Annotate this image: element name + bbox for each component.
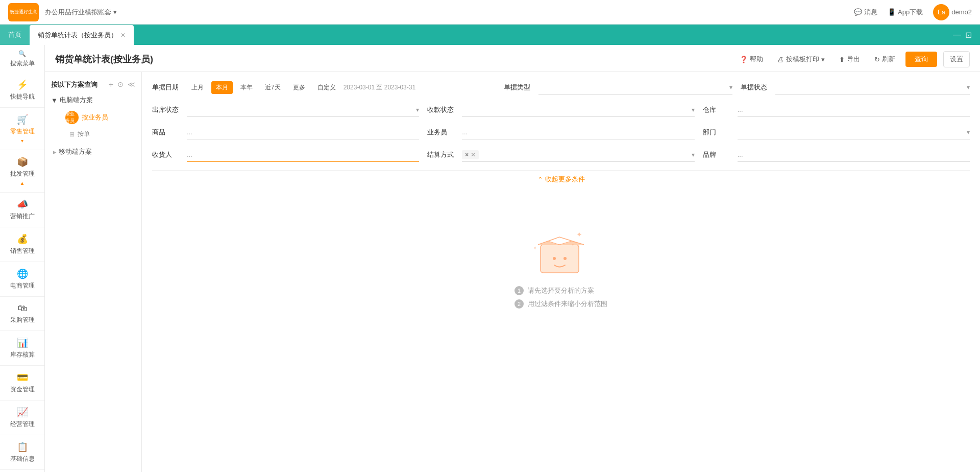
finance-icon: 💳 xyxy=(17,372,28,383)
date-btn-custom[interactable]: 自定义 xyxy=(313,81,340,94)
sidebar-item-marketing[interactable]: 📣 营销推广 xyxy=(0,193,44,227)
collapse-arrow-icon: ⌃ xyxy=(537,176,543,183)
tabbar: 首页 销货单统计表（按业务员） ✕ — ⊡ xyxy=(0,25,980,45)
tab-home[interactable]: 首页 xyxy=(0,25,30,45)
filter-doctype-item: 单据类型 xyxy=(504,80,733,95)
quicknav-icon: ⚡ xyxy=(17,79,28,90)
product-dots[interactable]: ... xyxy=(187,128,192,136)
mobile-expand-icon xyxy=(53,148,57,156)
settlement-dropdown: × ✕ xyxy=(462,150,694,159)
hint-num-2: 2 xyxy=(514,299,524,309)
sidebar-item-retail[interactable]: 🛒 零售管理 xyxy=(0,108,44,150)
main: 🔍 搜索菜单 ⚡ 快捷导航 🛒 零售管理 📦 批发管理 ▲ 📣 营销推广 💰 销… xyxy=(0,45,980,472)
filter-product-item: 商品 ... xyxy=(152,125,419,139)
app-download-btn[interactable]: 📱 App下载 xyxy=(888,8,923,17)
topbar: 畅捷通好生意 办公用品行业模拟账套 💬 消息 📱 App下载 Ea demo2 xyxy=(0,0,980,25)
sidebar-item-sales[interactable]: 💰 销售管理 xyxy=(0,227,44,262)
message-btn[interactable]: 💬 消息 xyxy=(854,8,877,17)
print-icon: 🖨 xyxy=(777,56,784,63)
empty-hints: 1 请先选择要分析的方案 2 用过滤条件来缩小分析范围 xyxy=(514,286,607,309)
sidebar-item-finance[interactable]: 💳 资金管理 xyxy=(0,366,44,400)
sidebar-item-basic[interactable]: 📋 基础信息 xyxy=(0,435,44,470)
scheme-add-icon[interactable]: + xyxy=(109,80,113,89)
outstatus-dropdown[interactable] xyxy=(187,106,419,113)
scheme-item-salesman[interactable]: 按业务员 按业务员 xyxy=(51,108,135,127)
maximize-btn[interactable]: ⊡ xyxy=(965,30,972,40)
sidebar-item-search[interactable]: 🔍 搜索菜单 xyxy=(0,45,44,73)
filter-date-item: 单据日期 上月 本月 本年 近7天 更多 自定义 2023-03-01 至 20… xyxy=(152,81,496,94)
doctype-label: 单据类型 xyxy=(504,83,534,92)
scheme-circle-icon[interactable]: ⊙ xyxy=(117,80,124,89)
help-btn[interactable]: ❓ 帮助 xyxy=(736,53,767,66)
collapse-btn[interactable]: ⌃ 收起更多条件 xyxy=(152,170,970,188)
filter-content-area: 单据日期 上月 本月 本年 近7天 更多 自定义 2023-03-01 至 20… xyxy=(142,72,980,472)
scheme-collapse-icon[interactable]: ≪ xyxy=(128,80,135,89)
warehouse-dots[interactable]: ... xyxy=(738,106,743,113)
receiptstatus-label: 收款状态 xyxy=(427,105,458,114)
date-btn-more[interactable]: 更多 xyxy=(288,81,310,94)
svg-text:✦: ✦ xyxy=(533,245,537,251)
page-actions: ❓ 帮助 🖨 按模板打印 ⬆ 导出 ↻ 刷新 查询 设置 xyxy=(736,51,970,67)
docstatus-control xyxy=(775,80,970,95)
brand-dots[interactable]: ... xyxy=(738,151,743,158)
receiver-dots[interactable]: ... xyxy=(187,151,192,158)
svg-point-5 xyxy=(564,257,567,260)
workspace-dropdown-icon xyxy=(113,8,117,16)
settlement-control: × ✕ xyxy=(462,148,694,162)
dept-dropdown[interactable] xyxy=(738,129,970,136)
sales-icon: 💰 xyxy=(17,233,28,245)
sidebar-item-system[interactable]: ⚙ 系统管理 xyxy=(0,470,44,472)
logo: 畅捷通好生意 xyxy=(8,3,39,21)
user-menu[interactable]: Ea demo2 xyxy=(933,4,972,20)
tab-sales-stat[interactable]: 销货单统计表（按业务员） ✕ xyxy=(30,25,134,45)
scheme-item-byorder[interactable]: ⊞ 按单 xyxy=(51,127,135,141)
docstatus-dropdown[interactable] xyxy=(775,84,970,91)
scheme-category-desktop: ▼ 电脑端方案 按业务员 按业务员 ⊞ 按单 xyxy=(45,92,141,144)
filter-receiptstatus-item: 收款状态 xyxy=(427,103,694,117)
receiptstatus-dropdown[interactable] xyxy=(462,106,694,113)
svg-point-4 xyxy=(553,257,556,260)
scheme-category-desktop-header[interactable]: ▼ 电脑端方案 xyxy=(51,96,135,105)
filter-brand-item: 品牌 ... xyxy=(703,148,970,162)
template-print-btn[interactable]: 🖨 按模板打印 xyxy=(773,53,829,66)
marketing-icon: 📣 xyxy=(17,199,28,210)
date-btn-lastmonth[interactable]: 上月 xyxy=(187,81,208,94)
minimize-btn[interactable]: — xyxy=(953,30,961,39)
filter-docstatus-item: 单据状态 xyxy=(741,80,970,95)
sidebar-item-wholesale[interactable]: 📦 批发管理 ▲ xyxy=(0,150,44,193)
sidebar-item-ecommerce[interactable]: 🌐 电商管理 xyxy=(0,262,44,297)
setting-button[interactable]: 设置 xyxy=(943,51,970,67)
operations-icon: 📈 xyxy=(17,407,28,418)
page-title: 销货单统计表(按业务员) xyxy=(55,53,153,65)
export-btn[interactable]: ⬆ 导出 xyxy=(835,53,864,66)
refresh-btn[interactable]: ↻ 刷新 xyxy=(870,53,899,66)
empty-hint-1: 1 请先选择要分析的方案 xyxy=(514,286,607,295)
query-button[interactable]: 查询 xyxy=(905,52,937,67)
sidebar-item-inventory[interactable]: 📊 库存核算 xyxy=(0,331,44,366)
settlement-tag-close[interactable]: ✕ xyxy=(471,151,476,158)
tab-close-icon[interactable]: ✕ xyxy=(120,32,126,39)
receiver-control: ... xyxy=(187,148,419,162)
docstatus-arrow-icon xyxy=(967,84,970,91)
receiptstatus-control xyxy=(462,103,694,117)
salesman-dots[interactable]: ... xyxy=(462,128,468,136)
scheme-panel-title: 按以下方案查询 xyxy=(51,80,97,89)
scheme-sub-icon: ⊞ xyxy=(69,131,75,138)
dept-label: 部门 xyxy=(703,128,733,137)
empty-icon: ✦ ✦ ✦ xyxy=(530,227,592,278)
svg-text:✦: ✦ xyxy=(576,230,582,239)
category-expand-icon: ▼ xyxy=(51,97,58,104)
doctype-dropdown[interactable] xyxy=(538,84,733,91)
sidebar-item-purchase[interactable]: 🛍 采购管理 xyxy=(0,297,44,331)
date-btn-thisyear[interactable]: 本年 xyxy=(236,81,257,94)
wholesale-icon: 📦 xyxy=(17,156,28,168)
sidebar-item-operations[interactable]: 📈 经营管理 xyxy=(0,400,44,435)
sidebar-item-quicknav[interactable]: ⚡ 快捷导航 xyxy=(0,73,44,108)
date-btn-thismonth[interactable]: 本月 xyxy=(211,81,233,94)
workspace-selector[interactable]: 办公用品行业模拟账套 xyxy=(45,8,117,17)
scheme-category-mobile[interactable]: 移动端方案 xyxy=(45,144,141,159)
brand-control: ... xyxy=(738,148,970,162)
date-btn-7days[interactable]: 近7天 xyxy=(260,81,285,94)
export-icon: ⬆ xyxy=(839,56,845,63)
settlement-label: 结算方式 xyxy=(427,150,458,159)
